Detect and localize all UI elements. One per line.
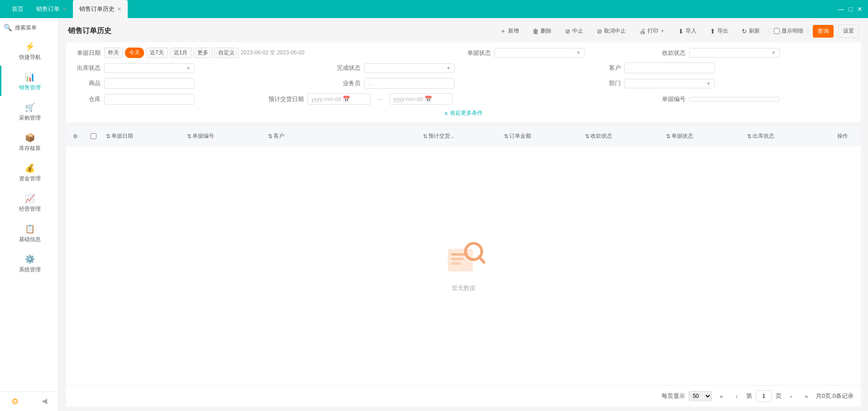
filter-complete-status: 完成状态 ▼ — [333, 63, 593, 73]
print-icon: 🖨 — [639, 28, 646, 35]
minimize-button[interactable]: — — [838, 5, 844, 13]
search-icon: 🔍 — [4, 24, 12, 32]
last-page-button[interactable]: » — [801, 390, 812, 402]
query-button[interactable]: 查询 — [813, 25, 834, 38]
select-all-checkbox[interactable] — [91, 133, 96, 139]
doc-number-input[interactable] — [689, 97, 780, 102]
import-button[interactable]: ⬇ 导入 — [674, 25, 701, 37]
sidebar-item-operations[interactable]: 📈 经营管理 — [0, 187, 58, 218]
close-button[interactable]: ✕ — [857, 5, 863, 13]
print-arrow-icon: ▼ — [660, 29, 665, 34]
sort-number-icon[interactable]: ⇅ — [187, 133, 192, 140]
add-button[interactable]: ＋ 新增 — [495, 25, 523, 38]
sidebar-bottom: ⚙ ◀ — [0, 392, 58, 411]
sidebar-item-sales-mgmt[interactable]: 📊 销售管理 — [0, 66, 58, 96]
operations-icon: 📈 — [25, 193, 35, 203]
th-settings[interactable]: ⚙ — [66, 133, 84, 140]
out-status-select[interactable]: ▼ — [104, 63, 195, 73]
empty-text: 暂无数据 — [452, 284, 475, 292]
sidebar: 🔍 搜索菜单 ⚡ 快捷导航 📊 销售管理 🛒 采购管理 📦 库存核算 💰 资金管… — [0, 18, 59, 411]
warehouse-input[interactable]: ... — [104, 94, 195, 105]
sidebar-item-quick-nav[interactable]: ⚡ 快捷导航 — [0, 35, 58, 66]
th-delivery: ⇅ 预计交货... — [419, 132, 500, 140]
maximize-button[interactable]: □ — [849, 5, 853, 13]
collapse-sidebar-icon[interactable]: ◀ — [42, 396, 47, 406]
per-page-label: 每页显示 — [662, 392, 685, 400]
page-header: 销售订单历史 ＋ 新增 🗑 删除 ⊘ 中止 ⊘ 取消中止 — [59, 18, 868, 42]
export-button[interactable]: ⬆ 导出 — [705, 25, 733, 37]
tab-bar: 首页 销售订单 ✕ 销售订单历史 ✕ — [5, 0, 838, 18]
date-more[interactable]: 更多 — [193, 48, 212, 58]
sidebar-item-inventory[interactable]: 📦 库存核算 — [0, 126, 58, 157]
date-yesterday[interactable]: 昨天 — [104, 48, 123, 58]
page-title: 销售订单历史 — [68, 26, 111, 36]
receipt-status-select[interactable]: ▼ — [689, 48, 780, 58]
prev-page-button[interactable]: ‹ — [731, 390, 743, 402]
date-1month[interactable]: 近1月 — [170, 48, 192, 58]
settings-button[interactable]: 设置 — [838, 24, 859, 38]
doc-status-select[interactable]: ▼ — [494, 48, 585, 58]
sort-date-icon[interactable]: ⇅ — [106, 133, 110, 140]
complete-status-select[interactable]: ▼ — [364, 63, 455, 73]
sys-mgmt-icon: ⚙️ — [25, 254, 35, 264]
sort-customer-icon[interactable]: ⇅ — [268, 133, 273, 140]
filter-doc-status: 单据状态 ▼ — [464, 48, 659, 58]
tab-sales-order-history[interactable]: 销售订单历史 ✕ — [73, 0, 128, 18]
sidebar-item-base-info[interactable]: 📋 基础信息 — [0, 218, 58, 248]
toolbar-divider2 — [808, 28, 808, 35]
delivery-date-end[interactable]: yyyy-mm-dd 📅 — [389, 93, 453, 105]
product-input[interactable]: ... — [104, 78, 195, 89]
sort-amount-icon[interactable]: ⇅ — [504, 133, 508, 140]
filter-product: 商品 ... — [73, 78, 333, 89]
show-detail-input[interactable] — [774, 28, 780, 34]
sidebar-item-finance[interactable]: 💰 资金管理 — [0, 157, 58, 187]
out-status-arrow-icon: ▼ — [186, 66, 191, 71]
toolbar: ＋ 新增 🗑 删除 ⊘ 中止 ⊘ 取消中止 🖨 打印 — [495, 24, 859, 38]
page-number-input[interactable] — [756, 390, 772, 402]
stop-icon: ⊘ — [565, 28, 571, 35]
filter-receipt-status: 收款状态 ▼ — [658, 48, 854, 58]
print-button[interactable]: 🖨 打印 ▼ — [635, 25, 669, 37]
next-page-button[interactable]: › — [785, 390, 797, 402]
tab-close-sales-order[interactable]: ✕ — [62, 6, 67, 12]
tab-home[interactable]: 首页 — [5, 0, 30, 18]
stop-button[interactable]: ⊘ 中止 — [561, 25, 588, 37]
first-page-button[interactable]: « — [715, 390, 727, 402]
date-custom[interactable]: 自定义 — [214, 48, 239, 58]
customer-input[interactable]: ... — [624, 63, 715, 73]
tab-close-sales-order-history[interactable]: ✕ — [117, 6, 121, 12]
filter-delivery-date: 预计交货日期 yyyy-mm-dd 📅 — yyyy-mm-dd 📅 — [269, 93, 659, 105]
sidebar-search[interactable]: 🔍 搜索菜单 — [0, 18, 58, 35]
page-label-pre: 第 — [746, 392, 752, 400]
salesperson-input[interactable]: ... — [364, 78, 455, 89]
sidebar-item-sys-mgmt[interactable]: ⚙️ 系统管理 — [0, 248, 58, 278]
department-select[interactable]: ▼ — [624, 79, 715, 88]
filter-row-1: 单据日期 昨天 今天 近7天 近1月 更多 自定义 2023-06-02 至 2… — [73, 48, 854, 58]
date-today[interactable]: 今天 — [125, 48, 144, 58]
th-checkbox[interactable] — [84, 133, 102, 139]
per-page-select[interactable]: 50 100 200 — [689, 391, 712, 401]
page-label: 页 — [776, 392, 782, 400]
show-detail-checkbox[interactable]: 显示明细 — [774, 27, 803, 35]
sidebar-item-purchase-mgmt[interactable]: 🛒 采购管理 — [0, 96, 58, 126]
empty-state: 暂无数据 — [441, 239, 486, 292]
filter-out-status: 出库状态 ▼ — [73, 63, 333, 73]
sort-receipt-icon[interactable]: ⇅ — [585, 133, 590, 140]
cancel-stop-button[interactable]: ⊘ 取消中止 — [592, 25, 630, 37]
collapse-filter-btn[interactable]: ∧ 收起更多条件 — [73, 109, 854, 117]
refresh-button[interactable]: ↻ 刷新 — [737, 25, 764, 37]
sort-delivery-icon[interactable]: ⇅ — [423, 133, 427, 140]
table-settings-icon[interactable]: ⚙ — [73, 133, 78, 140]
settings-icon[interactable]: ⚙ — [11, 396, 19, 406]
department-arrow-icon: ▼ — [706, 81, 711, 86]
th-out-status: ⇅ 出库状态 — [743, 132, 825, 140]
date-7days[interactable]: 近7天 — [146, 48, 168, 58]
sort-outstatus-icon[interactable]: ⇅ — [747, 133, 752, 140]
sort-docstatus-icon[interactable]: ⇅ — [666, 133, 671, 140]
receipt-status-arrow-icon: ▼ — [771, 50, 776, 55]
delete-icon: 🗑 — [532, 28, 539, 35]
delivery-date-start[interactable]: yyyy-mm-dd 📅 — [307, 93, 371, 105]
delete-button[interactable]: 🗑 删除 — [528, 25, 556, 37]
filter-row-4: 仓库 ... 预计交货日期 yyyy-mm-dd 📅 — — [73, 93, 854, 105]
tab-sales-order[interactable]: 销售订单 ✕ — [30, 0, 73, 18]
